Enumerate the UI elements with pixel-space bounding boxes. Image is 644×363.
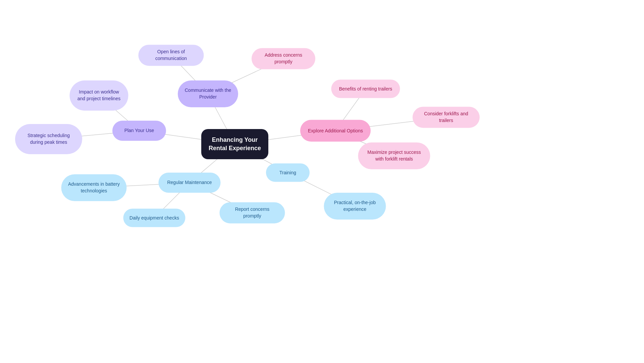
mindmap-container: Enhancing Your Rental ExperiencePlan You…: [0, 0, 644, 363]
node-label-strategic_scheduling: Strategic scheduling during peak times: [21, 132, 76, 145]
node-label-maximize_project: Maximize project success with forklift r…: [364, 149, 424, 162]
node-maximize_project[interactable]: Maximize project success with forklift r…: [358, 142, 430, 169]
node-daily_equipment[interactable]: Daily equipment checks: [123, 209, 185, 227]
node-advancements_battery[interactable]: Advancements in battery technologies: [61, 174, 127, 201]
node-center[interactable]: Enhancing Your Rental Experience: [201, 129, 268, 159]
node-label-regular_maintenance: Regular Maintenance: [167, 179, 212, 186]
node-label-training: Training: [279, 169, 296, 176]
node-label-open_lines: Open lines of communication: [145, 49, 198, 62]
node-report_concerns[interactable]: Report concerns promptly: [220, 202, 285, 223]
node-address_concerns[interactable]: Address concerns promptly: [252, 48, 315, 69]
node-practical_experience[interactable]: Practical, on-the-job experience: [324, 193, 386, 220]
node-strategic_scheduling[interactable]: Strategic scheduling during peak times: [15, 124, 82, 154]
node-label-communicate: Communicate with the Provider: [184, 87, 232, 100]
node-label-plan_your_use: Plan Your Use: [124, 127, 154, 134]
node-plan_your_use[interactable]: Plan Your Use: [112, 121, 166, 141]
node-label-daily_equipment: Daily equipment checks: [129, 215, 179, 221]
node-communicate[interactable]: Communicate with the Provider: [178, 80, 238, 107]
node-label-center: Enhancing Your Rental Experience: [207, 136, 262, 153]
node-label-report_concerns: Report concerns promptly: [226, 206, 279, 219]
node-consider_forklifts[interactable]: Consider forklifts and trailers: [413, 107, 480, 128]
node-training[interactable]: Training: [266, 164, 310, 182]
node-label-practical_experience: Practical, on-the-job experience: [330, 199, 380, 213]
node-label-advancements_battery: Advancements in battery technologies: [67, 181, 121, 194]
node-open_lines[interactable]: Open lines of communication: [139, 45, 204, 66]
node-label-address_concerns: Address concerns promptly: [258, 52, 309, 65]
node-label-consider_forklifts: Consider forklifts and trailers: [419, 111, 474, 124]
node-label-explore_options: Explore Additional Options: [308, 127, 363, 134]
node-label-benefits_trailers: Benefits of renting trailers: [339, 85, 392, 92]
node-label-impact_workflow: Impact on workflow and project timelines: [76, 89, 122, 102]
node-explore_options[interactable]: Explore Additional Options: [300, 120, 371, 142]
node-regular_maintenance[interactable]: Regular Maintenance: [159, 173, 221, 193]
node-benefits_trailers[interactable]: Benefits of renting trailers: [331, 80, 400, 98]
node-impact_workflow[interactable]: Impact on workflow and project timelines: [70, 80, 128, 111]
